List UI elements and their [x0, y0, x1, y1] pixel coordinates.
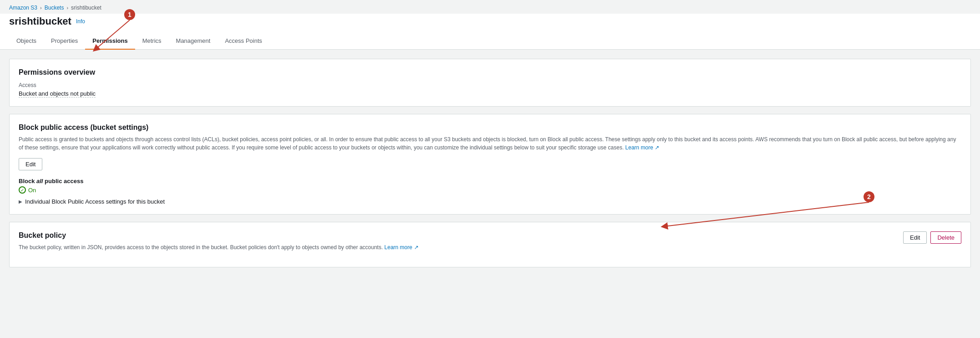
- bucket-policy-header: Bucket policy The bucket policy, written…: [19, 231, 961, 258]
- breadcrumb-s3-link[interactable]: Amazon S3: [9, 5, 37, 11]
- bucket-policy-learn-more[interactable]: Learn more ↗: [384, 244, 419, 251]
- permissions-overview-title: Permissions overview: [19, 68, 961, 77]
- block-public-access-description: Public access is granted to buckets and …: [19, 135, 961, 152]
- breadcrumb: Amazon S3 › Buckets › srishtibucket: [0, 0, 980, 14]
- bucket-policy-delete-button[interactable]: Delete: [930, 231, 961, 244]
- access-value: Bucket and objects not public: [19, 90, 96, 97]
- individual-settings-label: Individual Block Public Access settings …: [25, 198, 165, 205]
- individual-settings-expand[interactable]: ▶ Individual Block Public Access setting…: [19, 198, 961, 205]
- info-link[interactable]: Info: [76, 18, 85, 25]
- block-public-access-card: Block public access (bucket settings) Pu…: [9, 114, 971, 215]
- tab-management[interactable]: Management: [169, 33, 218, 50]
- bucket-policy-description: The bucket policy, written in JSON, prov…: [19, 243, 419, 251]
- block-all-em: all: [36, 178, 43, 184]
- main-content: Permissions overview Access Bucket and o…: [0, 50, 980, 277]
- block-public-access-edit-button[interactable]: Edit: [19, 158, 42, 170]
- breadcrumb-buckets-link[interactable]: Buckets: [45, 5, 64, 11]
- block-public-access-title: Block public access (bucket settings): [19, 123, 961, 132]
- block-all-status: ✓ On: [19, 186, 961, 194]
- bucket-policy-card: Bucket policy The bucket policy, written…: [9, 222, 971, 267]
- status-on-icon: ✓: [19, 186, 26, 194]
- access-label: Access: [19, 82, 961, 88]
- breadcrumb-current: srishtibucket: [71, 5, 101, 11]
- block-all-label: Block all public access: [19, 178, 961, 184]
- bucket-policy-buttons: Edit Delete: [903, 231, 961, 244]
- tab-permissions[interactable]: Permissions: [85, 33, 135, 50]
- expand-triangle-icon: ▶: [19, 199, 22, 204]
- bucket-policy-edit-button[interactable]: Edit: [903, 231, 927, 244]
- page-title: srishtibucket: [9, 15, 71, 27]
- permissions-overview-card: Permissions overview Access Bucket and o…: [9, 59, 971, 107]
- status-on-label: On: [28, 187, 36, 194]
- tab-objects[interactable]: Objects: [9, 33, 44, 50]
- tab-access-points[interactable]: Access Points: [217, 33, 269, 50]
- tab-metrics[interactable]: Metrics: [135, 33, 169, 50]
- tab-properties[interactable]: Properties: [44, 33, 85, 50]
- bucket-policy-title: Bucket policy: [19, 231, 419, 240]
- tabs-bar: Objects Properties Permissions Metrics M…: [0, 33, 980, 50]
- bucket-policy-left: Bucket policy The bucket policy, written…: [19, 231, 419, 258]
- breadcrumb-sep-1: ›: [40, 5, 42, 10]
- page-title-bar: srishtibucket Info: [0, 14, 980, 33]
- block-public-access-learn-more[interactable]: Learn more ↗: [625, 144, 659, 151]
- breadcrumb-sep-2: ›: [66, 5, 68, 10]
